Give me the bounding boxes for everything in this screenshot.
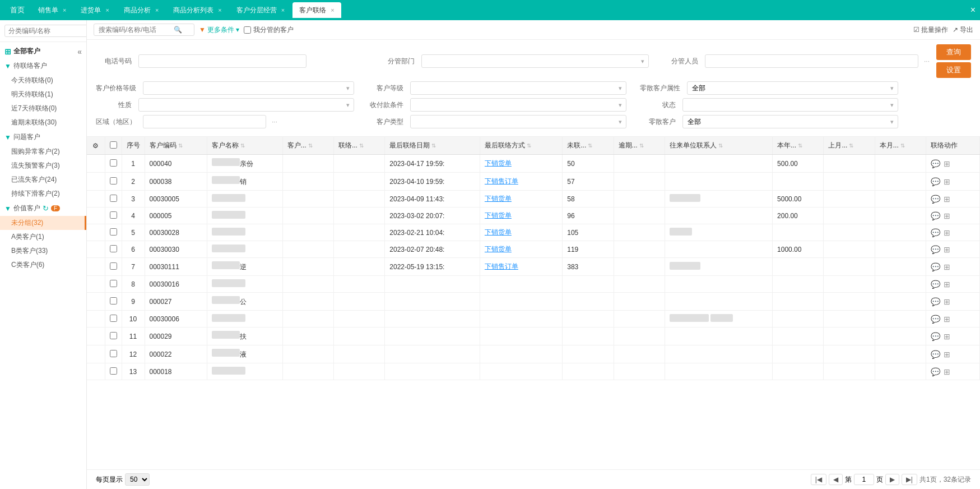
col-last-date-header[interactable]: 最后联络日期⇅ — [385, 137, 480, 155]
col-overdue-header[interactable]: 逾期...⇅ — [614, 137, 665, 155]
per-page-select[interactable]: 50 — [125, 473, 150, 486]
region-more-icon[interactable]: ··· — [270, 118, 280, 126]
col-contact-header[interactable]: 联络...⇅ — [333, 137, 384, 155]
row-checkbox[interactable] — [110, 159, 117, 167]
grid-action-icon[interactable]: ⊞ — [944, 332, 950, 341]
col-unlinked-header[interactable]: 未联...⇅ — [563, 137, 614, 155]
col-unit-contact-header[interactable]: 往来单位联系人⇅ — [665, 137, 772, 155]
row-check[interactable] — [105, 327, 122, 345]
row-last-method[interactable] — [480, 363, 562, 380]
sidebar-item-a-class[interactable]: A类客户(1) — [0, 230, 86, 244]
sidebar-search-input[interactable] — [4, 25, 87, 37]
nav-tab-analysis-list[interactable]: 商品分析列表 × — [166, 2, 228, 18]
sidebar-group-value[interactable]: ▼ 价值客户 ↻ F — [0, 201, 86, 216]
grid-action-icon[interactable]: ⊞ — [944, 367, 950, 376]
chat-icon[interactable]: 💬 — [931, 228, 940, 237]
sidebar-item-abnormal[interactable]: 囤购异常客户(2) — [0, 145, 86, 159]
row-last-method[interactable] — [480, 311, 562, 327]
row-check[interactable] — [105, 363, 122, 380]
sidebar-group-problem[interactable]: ▼ 问题客户 — [0, 130, 86, 145]
row-check[interactable] — [105, 173, 122, 191]
grid-action-icon[interactable]: ⊞ — [944, 350, 950, 359]
sidebar-item-churn-warning[interactable]: 流失预警客户(3) — [0, 159, 86, 173]
customer-type-select[interactable] — [410, 115, 626, 128]
grid-action-icon[interactable]: ⊞ — [944, 315, 950, 324]
row-check[interactable] — [105, 155, 122, 173]
nav-tab-purchase[interactable]: 进货单 × — [74, 2, 115, 18]
close-icon[interactable]: × — [218, 7, 221, 13]
row-last-method[interactable] — [480, 276, 562, 293]
grid-action-icon[interactable]: ⊞ — [944, 280, 950, 289]
nav-tab-customer-contact[interactable]: 客户联络 × — [292, 2, 341, 18]
sidebar-item-b-class[interactable]: B类客户(33) — [0, 244, 86, 258]
row-last-method[interactable] — [480, 293, 562, 311]
row-check[interactable] — [105, 311, 122, 327]
query-button[interactable]: 查询 — [936, 44, 971, 60]
row-checkbox[interactable] — [110, 297, 117, 305]
chat-icon[interactable]: 💬 — [931, 195, 940, 204]
last-method-link[interactable]: 下销售订单 — [485, 177, 518, 185]
sidebar-group-pending[interactable]: ▼ 待联络客户 — [0, 58, 86, 73]
select-all-checkbox[interactable] — [110, 141, 117, 149]
collapse-icon[interactable]: « — [77, 47, 82, 56]
row-checkbox[interactable] — [110, 177, 117, 184]
last-method-link[interactable]: 下销货单 — [485, 211, 512, 219]
grid-action-icon[interactable]: ⊞ — [944, 297, 950, 306]
row-checkbox[interactable] — [110, 280, 117, 287]
sidebar-item-overdue-pending[interactable]: 逾期未联络(30) — [0, 116, 86, 130]
prev-page-button[interactable]: ◀ — [829, 474, 843, 485]
row-last-method[interactable]: 下销货单 — [480, 241, 562, 258]
batch-op-button[interactable]: ☑ 批量操作 — [913, 25, 948, 35]
chat-icon[interactable]: 💬 — [931, 211, 940, 220]
row-check[interactable] — [105, 191, 122, 207]
last-method-link[interactable]: 下销货单 — [485, 159, 512, 167]
chat-icon[interactable]: 💬 — [931, 297, 940, 306]
staff-input[interactable] — [705, 54, 918, 68]
row-checkbox[interactable] — [110, 245, 117, 252]
search-input[interactable] — [99, 26, 171, 34]
col-this-month-header[interactable]: 本月...⇅ — [875, 137, 926, 155]
chat-icon[interactable]: 💬 — [931, 177, 940, 186]
row-last-method[interactable]: 下销售订单 — [480, 258, 562, 276]
row-checkbox[interactable] — [110, 315, 117, 322]
col-last-month-header[interactable]: 上月...⇅ — [824, 137, 875, 155]
staff-more-icon[interactable]: ··· — [922, 57, 932, 65]
col-this-year-header[interactable]: 本年...⇅ — [773, 137, 824, 155]
region-input[interactable] — [143, 115, 266, 128]
sidebar-item-churned[interactable]: 已流失客户(24) — [0, 173, 86, 187]
all-customers-header[interactable]: ⊞ 全部客户 « — [0, 42, 86, 58]
row-checkbox[interactable] — [110, 332, 117, 339]
row-check[interactable] — [105, 258, 122, 276]
close-icon[interactable]: × — [331, 7, 334, 13]
grid-action-icon[interactable]: ⊞ — [944, 245, 950, 254]
customer-level-select[interactable] — [410, 81, 626, 95]
close-icon[interactable]: × — [63, 7, 66, 13]
row-last-method[interactable] — [480, 345, 562, 363]
chat-icon[interactable]: 💬 — [931, 280, 940, 289]
row-checkbox[interactable] — [110, 195, 117, 202]
row-check[interactable] — [105, 241, 122, 258]
last-method-link[interactable]: 下销货单 — [485, 228, 512, 236]
retail-customer-select[interactable]: 全部 — [682, 115, 898, 128]
page-input[interactable] — [854, 474, 874, 485]
chat-icon[interactable]: 💬 — [931, 245, 940, 254]
export-button[interactable]: ↗ 导出 — [953, 25, 973, 35]
close-icon[interactable]: × — [105, 7, 109, 13]
chat-icon[interactable]: 💬 — [931, 159, 940, 168]
row-check[interactable] — [105, 224, 122, 241]
grid-action-icon[interactable]: ⊞ — [944, 177, 950, 186]
grid-action-icon[interactable]: ⊞ — [944, 159, 950, 168]
row-last-method[interactable]: 下销货单 — [480, 191, 562, 207]
row-checkbox[interactable] — [110, 262, 117, 270]
phone-input[interactable] — [138, 54, 306, 68]
close-all-button[interactable]: × — [970, 5, 976, 15]
my-customers-toggle[interactable]: 我分管的客户 — [244, 25, 294, 35]
last-method-link[interactable]: 下销售订单 — [485, 262, 518, 270]
next-page-button[interactable]: ▶ — [885, 474, 899, 485]
my-customers-checkbox[interactable] — [244, 26, 251, 34]
last-method-link[interactable]: 下销货单 — [485, 195, 512, 202]
nav-tab-customer-tier[interactable]: 客户分层经营 × — [230, 2, 291, 18]
first-page-button[interactable]: |◀ — [811, 474, 826, 485]
sidebar-item-7day-pending[interactable]: 近7天待联络(0) — [0, 102, 86, 116]
last-method-link[interactable]: 下销货单 — [485, 245, 512, 253]
